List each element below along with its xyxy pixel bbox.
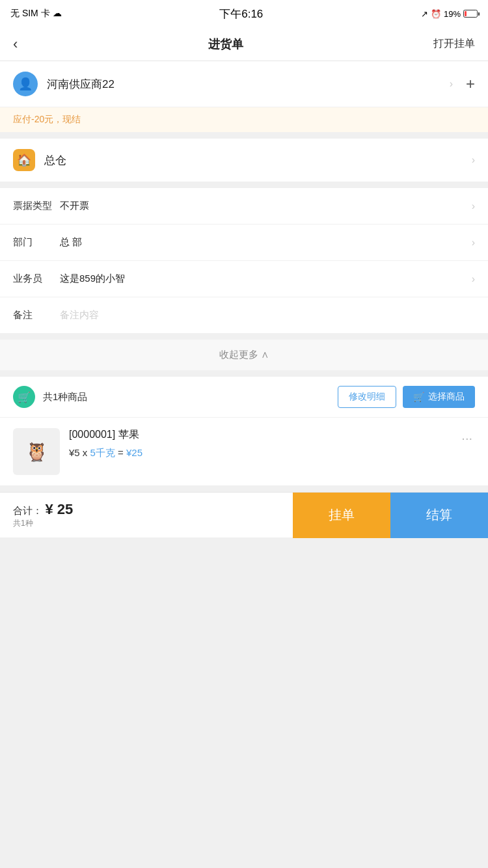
product-name: [0000001] 苹果 [69, 428, 459, 442]
notice-bar: 应付-20元，现结 [0, 107, 488, 132]
product-item: 🦉 [0000001] 苹果 ¥5 x 5千克 = ¥25 ··· [0, 418, 488, 485]
dept-label: 部门 [13, 236, 60, 249]
signal-text: 无 SIM 卡 ☁ [10, 8, 62, 20]
product-section: 🛒 共1种商品 修改明细 🛒 选择商品 🦉 [0000001] 苹果 ¥5 x [0, 377, 488, 485]
back-button[interactable]: ‹ [13, 36, 18, 53]
nav-bar: ‹ 进货单 打开挂单 [0, 27, 488, 61]
product-icon: 🛒 [13, 386, 35, 408]
product-code: [0000001] [69, 429, 115, 440]
status-bar: 无 SIM 卡 ☁ 下午6:16 ↗ ⏰ 19% [0, 0, 488, 27]
content-area: 👤 河南供应商22 › + 应付-20元，现结 🏠 总仓 › 票据类型 不开票 … [0, 61, 488, 485]
open-pending-button[interactable]: 打开挂单 [433, 37, 475, 51]
sales-value: 这是859的小智 [60, 273, 472, 285]
status-left: 无 SIM 卡 ☁ [10, 8, 62, 20]
owl-logo-icon: 🦉 [25, 441, 48, 463]
total-count: 共1种 [13, 518, 280, 529]
total-area: 合计： ¥ 25 共1种 [0, 501, 293, 529]
settle-button[interactable]: 结算 [390, 493, 488, 538]
total-label: 合计： [13, 505, 42, 516]
invoice-chevron-icon: › [472, 200, 475, 212]
total-amount: ¥ 25 [45, 501, 73, 517]
more-options-button[interactable]: ··· [459, 428, 475, 448]
supplier-chevron-icon: › [450, 78, 453, 90]
warehouse-section: 🏠 总仓 › [0, 139, 488, 182]
dept-value: 总 部 [60, 236, 472, 249]
cart-icon: 🛒 [413, 392, 424, 402]
remark-label: 备注 [13, 309, 60, 321]
hang-order-button[interactable]: 挂单 [293, 493, 390, 538]
status-time: 下午6:16 [219, 7, 263, 21]
dept-row[interactable]: 部门 总 部 › [0, 224, 488, 261]
select-product-label: 选择商品 [428, 391, 465, 403]
sales-label: 业务员 [13, 273, 60, 285]
remark-input[interactable]: 备注内容 [60, 309, 475, 321]
battery-icon [463, 10, 478, 18]
page-title: 进货单 [208, 36, 243, 52]
supplier-name: 河南供应商22 [47, 77, 450, 92]
quantity: 5千克 [90, 447, 115, 458]
alarm-icon: ⏰ [431, 9, 441, 19]
form-section: 票据类型 不开票 › 部门 总 部 › 业务员 这是859的小智 › 备注 备注… [0, 188, 488, 333]
select-product-button[interactable]: 🛒 选择商品 [403, 386, 475, 408]
warehouse-name: 总仓 [44, 153, 472, 168]
invoice-row[interactable]: 票据类型 不开票 › [0, 188, 488, 224]
product-info: [0000001] 苹果 ¥5 x 5千克 = ¥25 [69, 428, 459, 459]
collapse-bar[interactable]: 收起更多 ∧ [0, 340, 488, 370]
supplier-avatar: 👤 [13, 72, 38, 96]
add-button[interactable]: + [466, 75, 475, 93]
supplier-section: 👤 河南供应商22 › + 应付-20元，现结 [0, 61, 488, 132]
edit-detail-button[interactable]: 修改明细 [338, 386, 396, 408]
equals-sign: = [118, 447, 126, 458]
sales-row[interactable]: 业务员 这是859的小智 › [0, 261, 488, 297]
sales-chevron-icon: › [472, 273, 475, 285]
product-thumbnail: 🦉 [13, 428, 60, 475]
unit-price: ¥5 [69, 447, 80, 458]
bottom-bar: 合计： ¥ 25 共1种 挂单 结算 [0, 492, 488, 537]
status-right: ↗ ⏰ 19% [421, 9, 478, 19]
collapse-label: 收起更多 ∧ [219, 349, 269, 360]
invoice-label: 票据类型 [13, 200, 60, 212]
product-price: ¥5 x 5千克 = ¥25 [69, 447, 459, 459]
product-header: 🛒 共1种商品 修改明细 🛒 选择商品 [0, 377, 488, 418]
remark-row[interactable]: 备注 备注内容 [0, 297, 488, 333]
total-price: ¥25 [126, 447, 142, 458]
warehouse-icon: 🏠 [13, 149, 35, 171]
warehouse-chevron-icon: › [472, 154, 475, 166]
invoice-value: 不开票 [60, 200, 472, 212]
product-title: 苹果 [118, 429, 139, 440]
battery-percent: 19% [444, 9, 461, 19]
supplier-row[interactable]: 👤 河南供应商22 › + [0, 61, 488, 107]
notice-text: 应付-20元，现结 [13, 114, 81, 124]
dept-chevron-icon: › [472, 237, 475, 249]
warehouse-row[interactable]: 🏠 总仓 › [0, 139, 488, 182]
product-count: 共1种商品 [43, 391, 338, 403]
multiply-sign: x [83, 447, 90, 458]
location-icon: ↗ [421, 9, 428, 19]
total-row: 合计： ¥ 25 [13, 501, 280, 518]
